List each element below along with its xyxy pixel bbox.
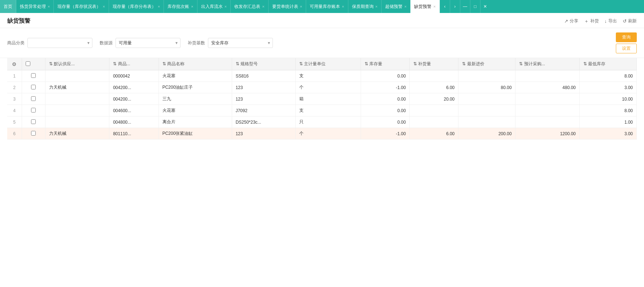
tab-inventory-dist[interactable]: 现存量（库存分布表） × bbox=[109, 0, 164, 13]
tab-expiry-query[interactable]: 保质期查询 × bbox=[348, 0, 382, 13]
tab-close-batch-account[interactable]: × bbox=[191, 4, 193, 9]
th-spec[interactable]: ⇅ 规格型号 bbox=[232, 58, 295, 70]
replenish-base-select[interactable]: 安全库存 最低库存 bbox=[208, 38, 273, 48]
settings-button[interactable]: 设置 bbox=[616, 44, 637, 53]
cell-est-purchase bbox=[515, 93, 579, 105]
cell-checkbox[interactable] bbox=[22, 70, 45, 82]
row-checkbox[interactable] bbox=[31, 73, 36, 78]
tab-close-in-out-flow[interactable]: × bbox=[225, 4, 227, 9]
share-button[interactable]: ↗ 分享 bbox=[564, 18, 578, 24]
cell-checkbox[interactable] bbox=[22, 105, 45, 116]
category-select[interactable] bbox=[27, 38, 92, 48]
tab-close-recv-summary[interactable]: × bbox=[262, 4, 264, 9]
th-stock[interactable]: ⇅ 库存量 bbox=[361, 58, 410, 70]
tab-close-shortage[interactable]: × bbox=[433, 4, 435, 9]
refresh-button[interactable]: ↺ 刷新 bbox=[623, 18, 637, 24]
tab-available-ledger[interactable]: 可用量库存账本 × bbox=[306, 0, 348, 13]
tab-close-available-ledger[interactable]: × bbox=[342, 4, 344, 9]
tab-close-overstock[interactable]: × bbox=[404, 4, 406, 9]
window-close-button[interactable]: ✕ bbox=[480, 0, 490, 13]
replenish-base-label: 补货基数 bbox=[188, 40, 205, 46]
tab-shortage[interactable]: 缺货预警 × bbox=[410, 0, 439, 13]
tab-close-purchase-stat[interactable]: × bbox=[300, 4, 302, 9]
th-product-code[interactable]: ⇅ 商品... bbox=[109, 58, 158, 70]
cell-seq: 2 bbox=[7, 82, 22, 93]
page-title: 缺货预警 bbox=[7, 17, 30, 25]
tab-home[interactable]: 首页 bbox=[0, 0, 16, 13]
cell-est-purchase: 480.00 bbox=[515, 82, 579, 93]
cell-product-name: 三九 bbox=[158, 93, 232, 105]
tab-bar: 首页 拣货异常处理 × 现存量（库存状况表） × 现存量（库存分布表） × 库存… bbox=[0, 0, 644, 13]
cell-supplier: 力天机械 bbox=[45, 82, 109, 93]
tab-recv-summary[interactable]: 收发存汇总表 × bbox=[231, 0, 268, 13]
cell-checkbox[interactable] bbox=[22, 82, 45, 93]
main-content: 缺货预警 ↗ 分享 ＋ 补货 ↓ 导出 ↺ 刷新 商品分类 bbox=[0, 13, 644, 287]
th-gear[interactable]: ⚙ bbox=[7, 58, 22, 70]
cell-replenish: 6.00 bbox=[410, 128, 458, 140]
datasource-filter-group: 数据源 可用量 库存量 bbox=[100, 38, 180, 48]
category-select-wrapper bbox=[27, 38, 92, 48]
window-maximize-button[interactable]: □ bbox=[470, 0, 480, 13]
select-all-checkbox[interactable] bbox=[26, 61, 30, 66]
cell-stock: 0.00 bbox=[361, 93, 410, 105]
th-default-supplier[interactable]: ⇅ 默认供应... bbox=[45, 58, 109, 70]
export-icon: ↓ bbox=[605, 18, 607, 24]
category-filter-group: 商品分类 bbox=[7, 38, 92, 48]
cell-checkbox[interactable] bbox=[22, 116, 45, 128]
replenish-base-select-wrapper: 安全库存 最低库存 bbox=[208, 38, 273, 48]
filter-buttons: 查询 设置 bbox=[616, 32, 637, 53]
cell-spec: DS250*23c... bbox=[232, 116, 295, 128]
query-button[interactable]: 查询 bbox=[616, 32, 637, 42]
tab-inventory-status[interactable]: 现存量（库存状况表） × bbox=[54, 0, 109, 13]
tab-purchase-stat[interactable]: 要货单统计表 × bbox=[269, 0, 306, 13]
category-label: 商品分类 bbox=[7, 40, 25, 46]
th-est-purchase[interactable]: ⇅ 预计采购... bbox=[515, 58, 579, 70]
window-minimize-button[interactable]: — bbox=[460, 0, 470, 13]
cell-spec: 123 bbox=[232, 93, 295, 105]
cell-unit: 支 bbox=[295, 70, 361, 82]
tab-close-inventory-status[interactable]: × bbox=[103, 4, 105, 9]
datasource-select[interactable]: 可用量 库存量 bbox=[116, 38, 180, 48]
replenish-icon: ＋ bbox=[584, 18, 589, 25]
row-checkbox[interactable] bbox=[31, 96, 36, 101]
datasource-label: 数据源 bbox=[100, 40, 113, 46]
cell-spec: 123 bbox=[232, 82, 295, 93]
th-latest-price[interactable]: ⇅ 最新进价 bbox=[458, 58, 515, 70]
row-checkbox[interactable] bbox=[31, 85, 36, 89]
tab-next-button[interactable]: › bbox=[450, 0, 460, 13]
row-checkbox[interactable] bbox=[31, 108, 36, 112]
cell-unit: 个 bbox=[295, 128, 361, 140]
tab-close-inventory-dist[interactable]: × bbox=[158, 4, 160, 9]
cell-spec: J7092 bbox=[232, 105, 295, 116]
row-checkbox[interactable] bbox=[31, 119, 36, 124]
gear-icon[interactable]: ⚙ bbox=[12, 61, 17, 67]
cell-supplier bbox=[45, 93, 109, 105]
th-unit[interactable]: ⇅ 主计量单位 bbox=[295, 58, 361, 70]
cell-product-name: PC200张紧油缸 bbox=[158, 128, 232, 140]
export-button[interactable]: ↓ 导出 bbox=[605, 18, 617, 24]
th-min-stock[interactable]: ⇅ 最低库存 bbox=[579, 58, 636, 70]
tab-batch-account[interactable]: 库存批次账 × bbox=[164, 0, 197, 13]
row-checkbox[interactable] bbox=[31, 131, 36, 136]
tab-prev-button[interactable]: ‹ bbox=[440, 0, 450, 13]
cell-seq: 6 bbox=[7, 128, 22, 140]
th-min-sort-icon: ⇅ bbox=[583, 61, 587, 66]
cell-product-code: 004600... bbox=[109, 105, 158, 116]
tab-exception[interactable]: 拣货异常处理 × bbox=[16, 0, 54, 13]
tab-overstock[interactable]: 超储预警 × bbox=[382, 0, 410, 13]
th-unit-sort-icon: ⇅ bbox=[299, 61, 303, 66]
th-supplier-sort-icon: ⇅ bbox=[49, 61, 53, 66]
cell-replenish: 6.00 bbox=[410, 82, 458, 93]
tab-close-expiry-query[interactable]: × bbox=[375, 4, 378, 9]
cell-min-stock: 3.00 bbox=[579, 82, 636, 93]
table-row: 5004800...离合片DS250*23c...只0.001.00 bbox=[7, 116, 637, 128]
cell-seq: 1 bbox=[7, 70, 22, 82]
th-product-name[interactable]: ⇅ 商品名称 bbox=[158, 58, 232, 70]
th-replenish[interactable]: ⇅ 补货量 bbox=[410, 58, 458, 70]
tab-close-exception[interactable]: × bbox=[48, 4, 50, 9]
cell-checkbox[interactable] bbox=[22, 93, 45, 105]
cell-checkbox[interactable] bbox=[22, 128, 45, 140]
cell-replenish: 20.00 bbox=[410, 93, 458, 105]
tab-in-out-flow[interactable]: 出入库流水 × bbox=[197, 0, 231, 13]
replenish-button[interactable]: ＋ 补货 bbox=[584, 18, 599, 25]
